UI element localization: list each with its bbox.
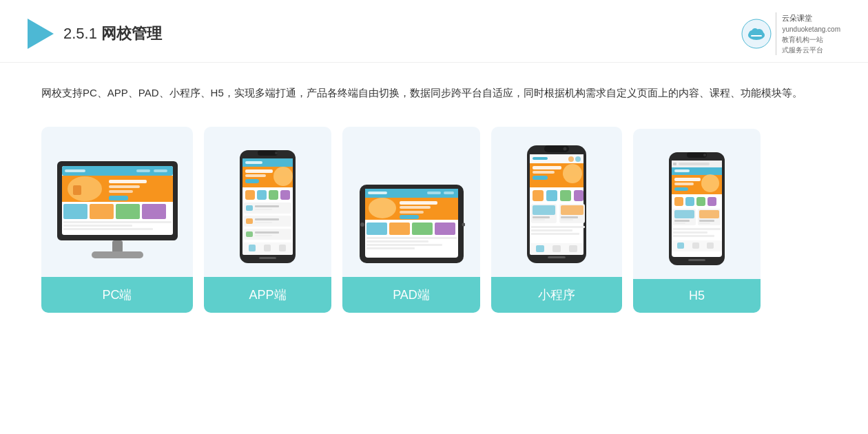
svg-rect-46: [255, 209, 272, 210]
svg-rect-69: [400, 206, 431, 209]
svg-rect-14: [109, 185, 140, 188]
svg-rect-64: [368, 192, 387, 194]
brand-tagline: 教育机构一站 式服务云平台: [782, 34, 840, 55]
svg-rect-22: [142, 204, 166, 219]
svg-rect-42: [280, 190, 290, 200]
app-image-area: [204, 127, 331, 265]
svg-rect-142: [673, 231, 707, 234]
svg-rect-74: [389, 223, 410, 235]
brand-site: yunduoketang.com: [782, 24, 840, 34]
svg-point-17: [68, 176, 102, 201]
svg-rect-26: [112, 240, 123, 253]
header-right: 云朵课堂 yunduoketang.com 教育机构一站 式服务云平台: [741, 12, 840, 55]
pad-tablet-svg: [358, 183, 465, 265]
svg-rect-44: [246, 205, 253, 211]
svg-point-128: [701, 174, 719, 192]
svg-point-38: [273, 167, 293, 186]
svg-rect-145: [677, 242, 684, 249]
svg-rect-20: [90, 204, 114, 219]
svg-rect-13: [109, 180, 147, 183]
main-content: 网校支持PC、APP、PAD、小程序、H5，实现多端打通，产品各终端自由切换，数…: [0, 63, 868, 327]
svg-rect-131: [696, 197, 705, 206]
svg-rect-105: [561, 216, 578, 218]
svg-rect-53: [255, 231, 279, 234]
svg-point-94: [563, 164, 582, 183]
svg-rect-121: [673, 163, 676, 165]
svg-rect-76: [435, 223, 455, 235]
header: 2.5.1 网校管理: [0, 0, 868, 63]
svg-rect-35: [245, 169, 273, 173]
svg-rect-36: [245, 174, 266, 177]
svg-rect-56: [249, 245, 256, 251]
svg-rect-88: [568, 156, 574, 162]
svg-rect-130: [685, 197, 694, 206]
svg-rect-45: [255, 205, 279, 207]
mini-phone-svg: [526, 144, 588, 265]
brand-logo: 云朵课堂 yunduoketang.com 教育机构一站 式服务云平台: [741, 12, 840, 55]
svg-rect-24: [63, 225, 132, 227]
svg-rect-87: [533, 157, 548, 160]
svg-rect-91: [533, 166, 561, 169]
svg-rect-93: [533, 176, 548, 180]
pad-image-area: [342, 127, 480, 265]
pad-card: PAD端: [342, 127, 480, 313]
svg-rect-30: [258, 150, 278, 156]
svg-rect-70: [400, 211, 424, 214]
svg-rect-92: [533, 171, 555, 174]
svg-rect-65: [427, 192, 441, 194]
svg-rect-134: [674, 210, 694, 218]
svg-rect-77: [366, 237, 457, 239]
svg-rect-57: [264, 245, 271, 251]
svg-rect-48: [246, 218, 253, 224]
svg-rect-23: [63, 221, 172, 223]
svg-rect-89: [575, 156, 581, 162]
svg-rect-141: [673, 228, 721, 230]
svg-rect-27: [92, 251, 143, 258]
svg-rect-140: [699, 223, 710, 224]
svg-rect-107: [531, 226, 585, 228]
pad-label: PAD端: [342, 277, 480, 313]
svg-rect-114: [548, 256, 566, 258]
page-title: 2.5.1 网校管理: [63, 23, 162, 44]
svg-rect-112: [552, 245, 561, 252]
h5-phone-svg: [668, 151, 726, 267]
svg-rect-102: [533, 219, 545, 220]
pc-mockup-svg: [54, 158, 181, 265]
svg-point-31: [275, 152, 278, 154]
svg-rect-126: [674, 183, 694, 185]
svg-rect-125: [674, 178, 701, 181]
svg-rect-33: [245, 161, 262, 164]
svg-rect-10: [136, 169, 150, 172]
svg-rect-66: [444, 192, 454, 194]
svg-rect-123: [674, 169, 690, 172]
svg-rect-41: [269, 190, 278, 200]
svg-rect-129: [674, 197, 683, 206]
svg-rect-49: [255, 218, 279, 220]
app-card: APP端: [204, 127, 331, 313]
svg-rect-113: [569, 245, 577, 252]
svg-rect-143: [673, 235, 714, 237]
svg-rect-39: [245, 190, 255, 200]
svg-rect-25: [63, 228, 153, 230]
svg-rect-97: [560, 190, 571, 201]
header-left: 2.5.1 网校管理: [28, 19, 162, 49]
svg-rect-54: [255, 235, 272, 236]
svg-rect-100: [533, 205, 555, 215]
svg-rect-98: [574, 190, 583, 201]
cards-row: PC端: [41, 127, 827, 313]
svg-rect-148: [688, 259, 705, 261]
svg-rect-147: [707, 242, 714, 249]
svg-rect-111: [536, 245, 544, 252]
pc-image-area: [41, 127, 193, 265]
svg-rect-139: [699, 220, 714, 222]
page-wrapper: 2.5.1 网校管理: [0, 0, 868, 434]
svg-rect-50: [255, 222, 272, 223]
svg-rect-5: [751, 35, 762, 37]
svg-rect-9: [65, 169, 85, 172]
pc-card: PC端: [41, 127, 193, 313]
logo-triangle-icon: [28, 19, 54, 49]
description-text: 网校支持PC、APP、PAD、小程序、H5，实现多端打通，产品各终端自由切换，数…: [41, 83, 827, 103]
svg-rect-15: [109, 190, 133, 193]
h5-label: H5: [633, 279, 761, 313]
svg-rect-73: [366, 223, 387, 235]
